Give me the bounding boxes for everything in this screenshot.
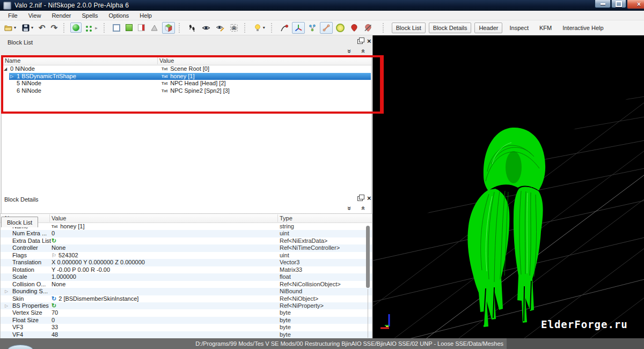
wireframe-cube-icon[interactable] <box>111 23 122 33</box>
dock-tab-block-list[interactable]: Block List <box>1 217 38 227</box>
render-viewport[interactable] <box>372 35 644 338</box>
detail-row[interactable]: Skin↻2 [BSDismemberSkinInstance]Ref<NiOb… <box>1 295 372 303</box>
hide-marker-pin-icon[interactable] <box>362 22 375 34</box>
draw-axes-icon[interactable] <box>292 22 305 34</box>
detail-row[interactable]: ▷BS Properties↻Ref<NiProperty> <box>1 302 372 310</box>
textured-cube-icon[interactable] <box>162 22 175 34</box>
column-divider[interactable] <box>49 214 50 222</box>
vertical-scrollbar[interactable] <box>365 225 370 338</box>
detail-row[interactable]: Scale1.000000float <box>1 273 372 281</box>
field-value-cell[interactable]: 33 <box>52 324 58 331</box>
expand-row-icon[interactable]: ▷ <box>5 288 8 295</box>
render-sphere-icon[interactable] <box>70 23 82 33</box>
detail-row[interactable]: Num Extra ...0uint <box>1 230 372 237</box>
block-list-row[interactable]: 6 NiNodeTxtNPC Spine2 [Spn2] [3] <box>2 87 371 95</box>
float-panel-icon[interactable] <box>357 196 363 201</box>
close-panel-icon[interactable]: × <box>367 196 371 201</box>
detail-row[interactable]: TranslationX 0.000000 Y 0.000000 Z 0.000… <box>1 259 372 266</box>
menu-view[interactable]: View <box>24 12 46 19</box>
column-header-name[interactable]: Name <box>5 57 20 64</box>
menu-spells[interactable]: Spells <box>77 12 103 19</box>
close-button[interactable]: × <box>627 0 644 9</box>
field-value-cell[interactable]: 0 <box>52 230 55 237</box>
redo-icon[interactable]: ↷ <box>49 23 60 33</box>
column-header-value[interactable]: Value <box>52 215 66 221</box>
field-value-cell[interactable]: 70 <box>52 309 58 317</box>
field-value-cell[interactable]: ↻ <box>52 237 58 245</box>
detail-row[interactable]: ControllerNoneRef<NiTimeController> <box>1 244 372 252</box>
walk-footprints-icon[interactable] <box>186 22 199 34</box>
detail-row[interactable]: Extra Data List↻Ref<NiExtraData> <box>1 237 372 245</box>
column-divider[interactable] <box>157 57 158 64</box>
marker-pin-icon[interactable] <box>348 22 361 34</box>
column-divider[interactable] <box>277 214 278 222</box>
edit-visibility-eye-icon[interactable] <box>214 22 226 34</box>
block-value: NPC Head [Head] [2] <box>170 80 225 87</box>
lighting-bulb-icon[interactable]: ▾ <box>251 22 267 34</box>
expand-row-icon[interactable]: ▷ <box>10 73 13 80</box>
fold-arrow-icon[interactable] <box>148 22 161 34</box>
visibility-eye-icon[interactable] <box>200 22 213 34</box>
field-value-cell[interactable]: None <box>52 281 65 288</box>
float-panel-icon[interactable] <box>357 39 363 44</box>
field-value-cell[interactable]: 48 <box>52 331 58 339</box>
detail-row[interactable]: Collision O...NoneRef<NiCollisionObject> <box>1 281 372 288</box>
toolbar-button-inspect[interactable]: Inspect <box>506 23 532 33</box>
scrollbar-thumb[interactable] <box>366 226 370 288</box>
field-value-cell[interactable]: ↻2 [BSDismemberSkinInstance] <box>52 295 138 303</box>
maximize-button[interactable] <box>611 0 626 8</box>
toolbar-button-kfm[interactable]: KFM <box>536 23 555 33</box>
close-panel-icon[interactable]: × <box>367 39 371 44</box>
collapse-all-icon[interactable]: » <box>348 204 352 212</box>
field-value-cell[interactable]: ↻ <box>52 302 58 310</box>
expand-row-icon[interactable]: ▷ <box>5 302 8 310</box>
field-value-cell[interactable]: ⚐524302 <box>52 252 78 259</box>
field-value-cell[interactable]: 0 <box>52 317 55 324</box>
detail-row[interactable]: RotationY -0.00 P 0.00 R -0.00Matrix33 <box>1 266 372 274</box>
column-header-type[interactable]: Type <box>280 215 292 221</box>
vertex-dots-icon[interactable]: ▸ <box>83 23 100 33</box>
open-file-icon[interactable]: ▾ <box>2 22 18 34</box>
menu-file[interactable]: File <box>3 12 23 19</box>
dropdown-arrow-icon[interactable]: ▾ <box>31 25 33 30</box>
havok-trajectory-icon[interactable] <box>278 22 291 34</box>
field-value-cell[interactable]: 1.000000 <box>52 273 76 281</box>
field-value-cell[interactable]: Txthoney [1] <box>52 223 85 231</box>
expand-all-icon[interactable]: » <box>361 47 364 55</box>
block-list-row[interactable]: 5 NiNodeTxtNPC Head [Head] [2] <box>2 80 371 87</box>
detail-row[interactable]: Flags⚐524302uint <box>1 252 372 259</box>
screenshot-camera-icon[interactable] <box>228 22 240 34</box>
detail-row[interactable]: ▷Bounding S...NiBound <box>1 288 372 295</box>
minimize-button[interactable] <box>595 0 611 8</box>
save-file-icon[interactable]: ▾ <box>19 22 35 34</box>
detail-row[interactable]: VF448byte <box>1 331 372 339</box>
toolbar-button-header[interactable]: Header <box>474 23 502 33</box>
undo-icon[interactable]: ↶ <box>36 23 48 33</box>
block-list-row[interactable]: ◢0 NiNodeTxtScene Root [0] <box>2 65 371 73</box>
red-face-cube-icon[interactable] <box>136 23 147 33</box>
field-value-cell[interactable]: Y -0.00 P 0.00 R -0.00 <box>52 266 110 274</box>
dropdown-arrow-icon[interactable]: ▾ <box>263 25 265 30</box>
field-value-cell[interactable]: X 0.000000 Y 0.000000 Z 0.000000 <box>52 259 145 266</box>
detail-row[interactable]: Vertex Size70byte <box>1 309 372 317</box>
block-list-row[interactable]: ▷1 BSDynamicTriShapeTxthoney [1] <box>2 73 371 80</box>
toolbar-button-block-details[interactable]: Block Details <box>429 23 472 33</box>
menu-help[interactable]: Help <box>135 12 157 19</box>
detail-row[interactable]: VF333byte <box>1 324 372 331</box>
expand-all-icon[interactable]: » <box>361 204 364 212</box>
solid-green-cube-icon[interactable] <box>123 23 135 33</box>
constraints-nodes-icon[interactable] <box>306 22 319 34</box>
dropdown-arrow-icon[interactable]: ▾ <box>14 25 16 30</box>
toolbar-button-block-list[interactable]: Block List <box>392 23 426 33</box>
detail-row[interactable]: NameTxthoney [1]string <box>1 223 372 231</box>
column-header-value[interactable]: Value <box>159 57 174 64</box>
menu-render[interactable]: Render <box>47 12 76 19</box>
collapse-all-icon[interactable]: » <box>348 47 352 55</box>
collapse-row-icon[interactable]: ◢ <box>4 65 7 73</box>
detail-row[interactable]: Float Size0byte <box>1 317 372 324</box>
show-bones-icon[interactable] <box>320 22 333 34</box>
toolbar-button-interactive-help[interactable]: Interactive Help <box>559 23 607 33</box>
menu-options[interactable]: Options <box>104 12 134 19</box>
field-value-cell[interactable]: None <box>52 244 65 252</box>
ambient-disc-icon[interactable] <box>334 22 347 34</box>
